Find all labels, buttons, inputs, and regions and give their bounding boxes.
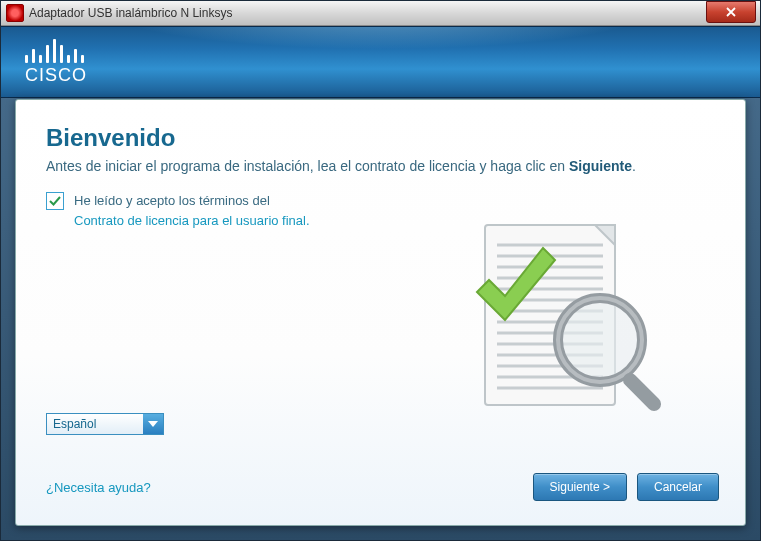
dropdown-arrow-icon xyxy=(143,414,163,434)
close-icon xyxy=(725,7,737,17)
help-link[interactable]: ¿Necesita ayuda? xyxy=(46,480,151,495)
agreement-text-block: He leído y acepto los términos del Contr… xyxy=(74,192,310,230)
subtitle-suffix: . xyxy=(632,158,636,174)
cancel-button[interactable]: Cancelar xyxy=(637,473,719,501)
close-button[interactable] xyxy=(706,1,756,23)
subtitle-prefix: Antes de iniciar el programa de instalac… xyxy=(46,158,569,174)
next-button[interactable]: Siguiente > xyxy=(533,473,627,501)
button-row: Siguiente > Cancelar xyxy=(533,473,719,501)
cisco-text: CISCO xyxy=(25,65,87,86)
page-title: Bienvenido xyxy=(46,124,715,152)
agreement-text: He leído y acepto los términos del xyxy=(74,193,270,208)
svg-rect-17 xyxy=(620,370,664,414)
window-title: Adaptador USB inalámbrico N Linksys xyxy=(29,6,706,20)
eula-link[interactable]: Contrato de licencia para el usuario fin… xyxy=(74,212,310,230)
content-panel: Bienvenido Antes de iniciar el programa … xyxy=(15,99,746,526)
checkmark-icon xyxy=(49,195,61,207)
app-icon xyxy=(6,4,24,22)
subtitle-bold: Siguiente xyxy=(569,158,632,174)
header-band: CISCO xyxy=(1,26,760,98)
cisco-bars-icon xyxy=(25,39,87,63)
titlebar: Adaptador USB inalámbrico N Linksys xyxy=(1,1,760,26)
cisco-logo: CISCO xyxy=(25,39,87,86)
agree-checkbox[interactable] xyxy=(46,192,64,210)
document-illustration-icon xyxy=(455,220,675,420)
language-select[interactable]: Español xyxy=(46,413,164,435)
installer-window: Adaptador USB inalámbrico N Linksys CISC… xyxy=(0,0,761,541)
page-subtitle: Antes de iniciar el programa de instalac… xyxy=(46,158,715,174)
language-selected: Español xyxy=(47,417,143,431)
